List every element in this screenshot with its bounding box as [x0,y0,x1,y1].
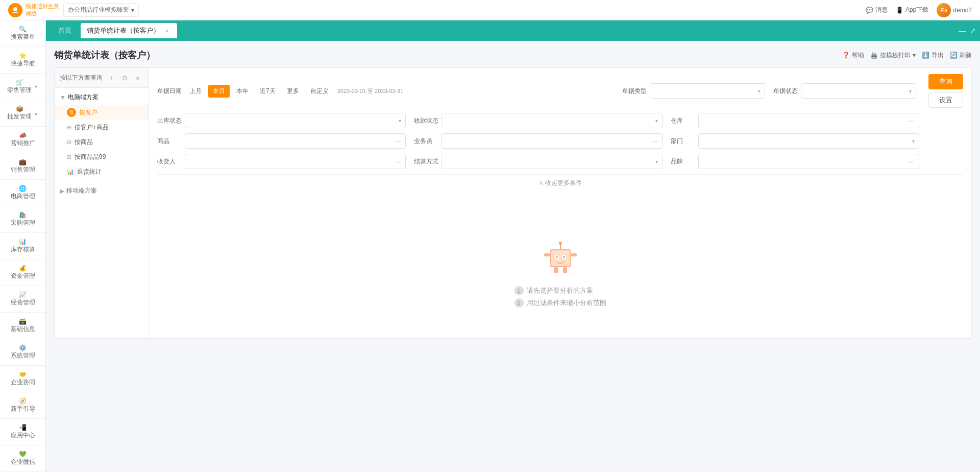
doc-type-label: 单据类型 [622,87,647,96]
date-this-month-btn[interactable]: 本月 [208,85,230,98]
tip-num-1: 1 [514,286,524,295]
svg-rect-11 [554,267,558,273]
download-icon: 📱 [896,7,903,14]
sidebar-item-inventory[interactable]: 📊 库存核算 [0,233,45,259]
main-layout: 🔍 搜索菜单 ⭐ 快捷导航 🛒 零售管理 ▼ 📦 批发管理 ▲ 📣 营销推广 [0,20,980,472]
product-label: 商品 [157,137,182,146]
scheme-header-actions: + ⊙ « [106,72,143,83]
collapse-bar[interactable]: ∧ 收起更多条件 [157,174,963,192]
sidebar-item-new-guide[interactable]: 🧭 新手引导 [0,392,45,419]
sidebar-item-marketing[interactable]: 📣 营销推广 [0,127,45,153]
tab-home[interactable]: 首页 [50,23,80,38]
scheme-sub-icon-2: ⊞ [67,139,71,146]
out-status-label: 出库状态 [157,116,182,125]
date-more-btn[interactable]: 更多 [282,85,304,98]
date-7days-btn[interactable]: 近7天 [255,85,280,98]
scheme-panel: 按以下方案查询 + ⊙ « ▼ 电脑端方案 [55,68,149,338]
export-button[interactable]: ⬇️ 导出 [922,51,944,60]
scheme-item-by-customer[interactable]: 客 按客户 [55,105,149,120]
page-title: 销货单统计表（按客户） [54,49,155,61]
date-label: 单据日期 [157,87,182,96]
scheme-settings-button[interactable]: ⊙ [119,72,130,83]
svg-rect-10 [571,253,577,256]
title-actions: ❓ 帮助 🖨️ 按模板打印 ▾ ⬇️ 导出 🔄 刷新 [842,51,972,60]
doc-status-control[interactable]: ▾ [801,83,916,99]
mobile-group-header[interactable]: ▶ 移动端方案 [60,184,143,197]
sidebar-item-wholesale[interactable]: 📦 批发管理 ▲ [0,100,45,127]
print-arrow-icon: ▾ [913,52,916,59]
tab-active-label: 销货单统计表（按客户） [87,26,160,35]
mobile-arrow-icon: ▶ [60,187,64,195]
query-button[interactable]: 查询 [928,74,963,89]
payment-arrow-icon: ▾ [655,159,658,164]
message-button[interactable]: 💬 消息 [866,6,888,14]
print-button[interactable]: 🖨️ 按模板打印 ▾ [870,51,916,60]
scheme-item-by-product[interactable]: ⊞ 按商品 [55,135,149,150]
settings-button[interactable]: 设置 [928,92,963,108]
scheme-item-by-customer-product[interactable]: ⊞ 按客户+商品 [55,120,149,135]
sidebar-item-ecommerce[interactable]: 🌐 电商管理 [0,180,45,206]
sidebar-item-retail[interactable]: 🛒 零售管理 ▼ [0,74,45,100]
body-layout: 按以下方案查询 + ⊙ « ▼ 电脑端方案 [54,67,972,339]
filter-doc-type-item: 单据类型 ▾ [622,83,765,99]
sidebar-item-basic-info[interactable]: 🗃️ 基础信息 [0,313,45,339]
industry-label: 办公用品行业模拟账套 [68,6,129,14]
refresh-button[interactable]: 🔄 刷新 [950,51,972,60]
sidebar-item-enterprise[interactable]: 🤝 企业协同 [0,366,45,392]
tab-maximize-icon[interactable]: ⤢ [970,27,976,35]
sidebar-item-sales[interactable]: 💼 销售管理 [0,153,45,180]
export-icon: ⬇️ [922,52,929,59]
filter-doc-status-item: 单据状态 ▾ [773,83,916,99]
sidebar: 🔍 搜索菜单 ⭐ 快捷导航 🛒 零售管理 ▼ 📦 批发管理 ▲ 📣 营销推广 [0,20,46,472]
svg-rect-9 [544,253,550,256]
date-this-year-btn[interactable]: 本年 [232,85,253,98]
app-download-button[interactable]: 📱 App下载 [896,6,928,14]
sidebar-item-search[interactable]: 🔍 搜索菜单 [0,20,45,47]
filter-product-item: 商品 ··· [157,133,406,149]
scheme-panel-header: 按以下方案查询 + ⊙ « [55,68,149,88]
mobile-scheme-group: ▶ 移动端方案 [55,181,149,200]
scheme-sub-icon-4: 📊 [67,169,74,175]
doc-status-label: 单据状态 [773,87,798,96]
date-prev-month-btn[interactable]: 上月 [185,85,206,98]
sidebar-item-purchase[interactable]: 🛍️ 采购管理 [0,206,45,233]
date-custom-btn[interactable]: 自定义 [306,85,333,98]
tab-active[interactable]: 销货单统计表（按客户） × [81,23,177,38]
sidebar-item-operations[interactable]: 📈 经营管理 [0,286,45,313]
tab-minimize-icon[interactable]: — [959,27,966,35]
print-icon: 🖨️ [870,52,878,59]
scheme-item-by-product99[interactable]: ⊞ 按商品品99 [55,150,149,164]
scheme-panel-title: 按以下方案查询 [60,74,103,82]
sidebar-item-finance[interactable]: 💰 资金管理 [0,259,45,286]
user-menu[interactable]: Ea demo2 [937,3,972,17]
sidebar-item-wechat[interactable]: 💚 企业微信 [0,445,45,472]
scheme-item-return-stats[interactable]: 📊 退货统计 [55,164,149,179]
desktop-group-header[interactable]: ▼ 电脑端方案 [55,90,149,105]
sidebar-item-system[interactable]: ⚙️ 系统管理 [0,339,45,366]
product-dots-icon: ··· [395,137,401,145]
consignee-control[interactable]: ··· [185,154,406,169]
salesperson-control[interactable]: ··· [442,133,663,149]
logo-text: 畅捷通好生意 标版 [26,3,59,16]
out-status-control[interactable]: ▾ [185,113,406,128]
tab-close-button[interactable]: × [163,27,171,35]
scheme-add-button[interactable]: + [106,72,117,83]
brand-control[interactable]: ··· [698,154,919,169]
scheme-collapse-button[interactable]: « [132,72,143,83]
filter-row-2: 出库状态 ▾ 收款状态 ▾ [157,113,963,128]
help-button[interactable]: ❓ 帮助 [842,51,864,60]
filter-receipt-status-item: 收款状态 ▾ [414,113,663,128]
warehouse-control[interactable]: ··· [698,113,919,128]
filter-consignee-item: 收货人 ··· [157,154,406,169]
receipt-status-control[interactable]: ▾ [442,113,663,128]
sidebar-item-app-center[interactable]: 📲 应用中心 [0,419,45,445]
logo-area: 畅捷通好生意 标版 [8,3,59,17]
product-control[interactable]: ··· [185,133,406,149]
payment-control[interactable]: ▾ [442,154,663,169]
sidebar-item-quick-nav[interactable]: ⭐ 快捷导航 [0,47,45,74]
industry-selector[interactable]: 办公用品行业模拟账套 ▾ [63,3,139,17]
department-control[interactable]: ▾ [698,133,919,149]
doc-type-control[interactable]: ▾ [650,83,765,99]
refresh-icon: 🔄 [950,52,958,59]
filter-row-4: 收货人 ··· 结算方式 ▾ [157,154,963,169]
